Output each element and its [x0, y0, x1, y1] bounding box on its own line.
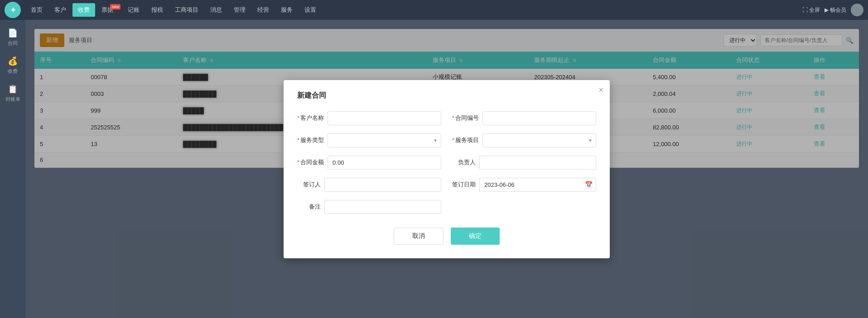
- service-item-select[interactable]: [482, 133, 596, 147]
- app-logo: ✦: [5, 2, 21, 18]
- charge-icon: 💰: [8, 56, 18, 66]
- modal-title: 新建合同: [297, 91, 596, 100]
- top-nav: ✦ 首页 客户 收费 票据 new 记账 报税 工商项目 消息 管理 经营 服务…: [0, 0, 868, 20]
- required-star-2: *: [452, 114, 454, 121]
- sidebar-item-statement-label: 对账单: [5, 96, 20, 103]
- modal-overlay: × 新建合同 *客户名称 *合同编号: [25, 20, 868, 318]
- sidebar-item-statement[interactable]: 📋 对账单: [1, 81, 24, 106]
- form-group-sign-date: 签订日期 📅: [452, 178, 596, 192]
- form-row-3: *合同金额 负责人: [297, 156, 596, 170]
- form-group-customer: *客户名称: [297, 111, 441, 125]
- statement-icon: 📋: [8, 84, 18, 94]
- nav-item-service[interactable]: 服务: [275, 3, 298, 17]
- form-group-service-item: *服务项目 ▼: [452, 133, 596, 147]
- main-layout: 📄 合同 💰 收费 📋 对账单 新增 服务项目 进行中 已完成 已终止: [0, 20, 868, 318]
- service-type-label: *服务类型: [297, 136, 324, 144]
- nav-item-bills[interactable]: 票据 new: [96, 3, 121, 17]
- sign-date-input[interactable]: [479, 178, 596, 192]
- responsible-label: 负责人: [452, 158, 476, 166]
- content-area: 新增 服务项目 进行中 已完成 已终止 🔍 序号: [25, 20, 868, 318]
- contract-no-label: *合同编号: [452, 114, 479, 122]
- nav-item-settings[interactable]: 设置: [299, 3, 322, 17]
- amount-label: *合同金额: [297, 158, 324, 166]
- modal-close-button[interactable]: ×: [598, 85, 603, 95]
- modal-dialog: × 新建合同 *客户名称 *合同编号: [284, 80, 610, 258]
- service-type-select-wrapper: ▼: [328, 133, 441, 147]
- left-sidebar: 📄 合同 💰 收费 📋 对账单: [0, 20, 25, 318]
- signer-label: 签订人: [297, 180, 321, 189]
- service-type-select[interactable]: [328, 133, 441, 147]
- nav-item-operation[interactable]: 经营: [252, 3, 275, 17]
- form-group-empty: [452, 200, 596, 214]
- top-nav-right: ⛶ 全屏 ▶ 畅会员: [802, 4, 863, 16]
- contract-icon: 📄: [8, 28, 18, 38]
- nav-item-accounting[interactable]: 记账: [122, 3, 145, 17]
- service-item-select-wrapper: ▼: [482, 133, 596, 147]
- form-group-remark: 备注: [297, 200, 441, 214]
- form-group-signer: 签订人: [297, 178, 441, 192]
- customer-label: *客户名称: [297, 114, 324, 122]
- form-group-service-type: *服务类型 ▼: [297, 133, 441, 147]
- modal-footer: 取消 确定: [297, 228, 596, 245]
- remark-input[interactable]: [324, 200, 441, 214]
- form-group-contract-no: *合同编号: [452, 111, 596, 125]
- play-icon: ▶: [825, 7, 829, 13]
- nav-item-message[interactable]: 消息: [205, 3, 227, 17]
- form-row-2: *服务类型 ▼ *服务项目: [297, 133, 596, 147]
- service-item-label: *服务项目: [452, 136, 479, 144]
- avatar[interactable]: [851, 4, 863, 16]
- nav-item-business[interactable]: 工商项目: [169, 3, 204, 17]
- responsible-input[interactable]: [479, 156, 596, 170]
- signer-input[interactable]: [324, 178, 441, 192]
- form-group-responsible: 负责人: [452, 156, 596, 170]
- required-star: *: [297, 114, 299, 121]
- amount-input[interactable]: [328, 156, 441, 170]
- sidebar-item-charge[interactable]: 💰 收费: [1, 52, 24, 78]
- cancel-button[interactable]: 取消: [394, 228, 444, 245]
- nav-item-manage[interactable]: 管理: [228, 3, 251, 17]
- customer-name-input[interactable]: [328, 111, 441, 125]
- nav-item-home[interactable]: 首页: [25, 3, 48, 17]
- form-row-1: *客户名称 *合同编号: [297, 111, 596, 125]
- sidebar-item-contract[interactable]: 📄 合同: [1, 24, 24, 50]
- new-badge: new: [110, 4, 121, 9]
- fullscreen-button[interactable]: ⛶ 全屏: [802, 6, 820, 14]
- sign-date-label: 签订日期: [452, 180, 476, 189]
- form-row-5: 备注: [297, 200, 596, 214]
- sign-date-wrapper: 📅: [479, 178, 596, 192]
- remark-label: 备注: [297, 203, 321, 211]
- fullscreen-icon: ⛶: [802, 7, 808, 13]
- nav-items: 首页 客户 收费 票据 new 记账 报税 工商项目 消息 管理 经营 服务 设…: [25, 3, 802, 17]
- nav-item-customer[interactable]: 客户: [49, 3, 72, 17]
- member-button[interactable]: ▶ 畅会员: [825, 6, 846, 14]
- contract-no-input[interactable]: [482, 111, 596, 125]
- form-row-4: 签订人 签订日期 📅: [297, 178, 596, 192]
- nav-item-charge[interactable]: 收费: [72, 3, 95, 17]
- sidebar-item-charge-label: 收费: [8, 68, 18, 75]
- nav-item-tax[interactable]: 报税: [146, 3, 169, 17]
- form-group-amount: *合同金额: [297, 156, 441, 170]
- calendar-icon[interactable]: 📅: [585, 181, 593, 188]
- confirm-button[interactable]: 确定: [451, 228, 500, 245]
- sidebar-item-contract-label: 合同: [8, 40, 18, 47]
